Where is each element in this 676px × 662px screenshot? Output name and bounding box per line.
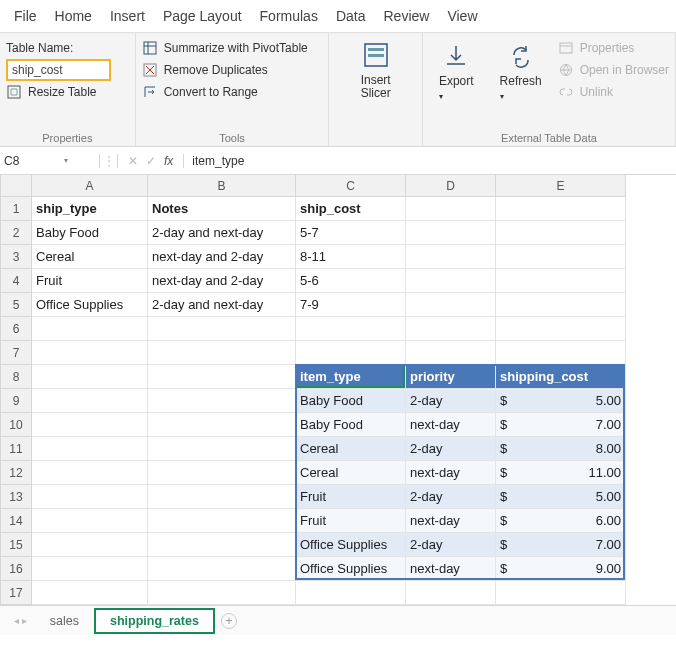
cell-B15[interactable]: [148, 533, 296, 557]
cell-C15[interactable]: Office Supplies: [296, 533, 406, 557]
insert-slicer-button[interactable]: Insert Slicer: [335, 37, 416, 102]
row-header-12[interactable]: 12: [0, 461, 32, 485]
cell-E13[interactable]: $5.00: [496, 485, 626, 509]
cell-B8[interactable]: [148, 365, 296, 389]
dropdown-icon[interactable]: ▾: [64, 156, 68, 165]
open-in-browser-button[interactable]: Open in Browser: [558, 59, 669, 81]
row-header-1[interactable]: 1: [0, 197, 32, 221]
col-header-D[interactable]: D: [406, 175, 496, 197]
cell-A13[interactable]: [32, 485, 148, 509]
cell-E17[interactable]: [496, 581, 626, 605]
add-sheet-button[interactable]: +: [221, 613, 237, 629]
cell-A2[interactable]: Baby Food: [32, 221, 148, 245]
row-header-16[interactable]: 16: [0, 557, 32, 581]
cell-C17[interactable]: [296, 581, 406, 605]
sheet-tab-sales[interactable]: sales: [35, 609, 94, 633]
menu-formulas[interactable]: Formulas: [260, 8, 318, 24]
cell-B1[interactable]: Notes: [148, 197, 296, 221]
menu-data[interactable]: Data: [336, 8, 366, 24]
cell-E11[interactable]: $8.00: [496, 437, 626, 461]
menu-home[interactable]: Home: [55, 8, 92, 24]
cell-B4[interactable]: next-day and 2-day: [148, 269, 296, 293]
cell-B12[interactable]: [148, 461, 296, 485]
cell-E16[interactable]: $9.00: [496, 557, 626, 581]
cell-D1[interactable]: [406, 197, 496, 221]
cell-E15[interactable]: $7.00: [496, 533, 626, 557]
row-header-13[interactable]: 13: [0, 485, 32, 509]
cell-D4[interactable]: [406, 269, 496, 293]
cell-D5[interactable]: [406, 293, 496, 317]
cell-A15[interactable]: [32, 533, 148, 557]
cell-B13[interactable]: [148, 485, 296, 509]
cell-A5[interactable]: Office Supplies: [32, 293, 148, 317]
export-button[interactable]: Export ▾: [429, 37, 484, 104]
row-header-10[interactable]: 10: [0, 413, 32, 437]
cell-E14[interactable]: $6.00: [496, 509, 626, 533]
menu-page-layout[interactable]: Page Layout: [163, 8, 242, 24]
row-header-15[interactable]: 15: [0, 533, 32, 557]
cell-A1[interactable]: ship_type: [32, 197, 148, 221]
row-header-4[interactable]: 4: [0, 269, 32, 293]
table-name-input[interactable]: [6, 59, 111, 81]
cell-B6[interactable]: [148, 317, 296, 341]
cell-D7[interactable]: [406, 341, 496, 365]
cell-B11[interactable]: [148, 437, 296, 461]
row-header-6[interactable]: 6: [0, 317, 32, 341]
cell-D3[interactable]: [406, 245, 496, 269]
cell-C7[interactable]: [296, 341, 406, 365]
cell-A3[interactable]: Cereal: [32, 245, 148, 269]
cell-D2[interactable]: [406, 221, 496, 245]
cell-D16[interactable]: next-day: [406, 557, 496, 581]
fx-icon[interactable]: fx: [164, 154, 173, 168]
cell-D15[interactable]: 2-day: [406, 533, 496, 557]
row-header-2[interactable]: 2: [0, 221, 32, 245]
cell-C4[interactable]: 5-6: [296, 269, 406, 293]
menu-review[interactable]: Review: [384, 8, 430, 24]
cell-E4[interactable]: [496, 269, 626, 293]
cell-A6[interactable]: [32, 317, 148, 341]
cell-A8[interactable]: [32, 365, 148, 389]
cell-E6[interactable]: [496, 317, 626, 341]
cell-C12[interactable]: Cereal: [296, 461, 406, 485]
cell-D13[interactable]: 2-day: [406, 485, 496, 509]
cell-D8[interactable]: priority: [406, 365, 496, 389]
cell-C5[interactable]: 7-9: [296, 293, 406, 317]
menu-view[interactable]: View: [447, 8, 477, 24]
cell-A17[interactable]: [32, 581, 148, 605]
tab-nav[interactable]: ◂ ▸: [6, 615, 35, 626]
cell-C16[interactable]: Office Supplies: [296, 557, 406, 581]
row-header-3[interactable]: 3: [0, 245, 32, 269]
cell-A4[interactable]: Fruit: [32, 269, 148, 293]
cell-B10[interactable]: [148, 413, 296, 437]
cell-B14[interactable]: [148, 509, 296, 533]
col-header-C[interactable]: C: [296, 175, 406, 197]
row-header-11[interactable]: 11: [0, 437, 32, 461]
cell-B5[interactable]: 2-day and next-day: [148, 293, 296, 317]
cell-C3[interactable]: 8-11: [296, 245, 406, 269]
name-box[interactable]: ▾: [0, 154, 100, 168]
cell-B7[interactable]: [148, 341, 296, 365]
cell-E8[interactable]: shipping_cost: [496, 365, 626, 389]
cell-C1[interactable]: ship_cost: [296, 197, 406, 221]
confirm-icon[interactable]: ✓: [146, 154, 156, 168]
cell-C2[interactable]: 5-7: [296, 221, 406, 245]
cell-B3[interactable]: next-day and 2-day: [148, 245, 296, 269]
cell-D10[interactable]: next-day: [406, 413, 496, 437]
cell-C13[interactable]: Fruit: [296, 485, 406, 509]
cell-E12[interactable]: $11.00: [496, 461, 626, 485]
name-box-input[interactable]: [4, 154, 64, 168]
col-header-E[interactable]: E: [496, 175, 626, 197]
convert-to-range-button[interactable]: Convert to Range: [142, 81, 323, 103]
row-header-8[interactable]: 8: [0, 365, 32, 389]
menu-file[interactable]: File: [14, 8, 37, 24]
cell-D6[interactable]: [406, 317, 496, 341]
cell-D11[interactable]: 2-day: [406, 437, 496, 461]
cell-B16[interactable]: [148, 557, 296, 581]
summarize-pivottable-button[interactable]: Summarize with PivotTable: [142, 37, 323, 59]
cell-B9[interactable]: [148, 389, 296, 413]
resize-table-button[interactable]: Resize Table: [6, 81, 129, 103]
row-header-17[interactable]: 17: [0, 581, 32, 605]
col-header-B[interactable]: B: [148, 175, 296, 197]
col-header-A[interactable]: A: [32, 175, 148, 197]
cell-B17[interactable]: [148, 581, 296, 605]
